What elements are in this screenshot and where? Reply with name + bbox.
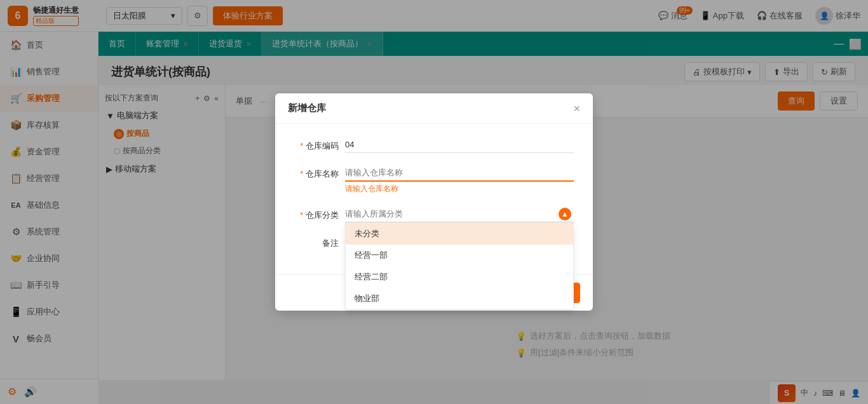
warehouse-category-row: 仓库分类 ▲ 未分类 经营一部 经营二部 物业部 (294, 206, 574, 222)
dropdown-item-dept2[interactable]: 经营二部 (346, 266, 573, 288)
code-label: 仓库编码 (294, 137, 339, 152)
category-label: 仓库分类 (294, 206, 339, 221)
new-warehouse-dialog: 新增仓库 × 仓库编码 仓库名称 请输入仓库名称 仓库分类 ▲ (275, 93, 593, 311)
name-error-message: 请输入仓库名称 (345, 184, 574, 194)
category-control: ▲ 未分类 经营一部 经营二部 物业部 (345, 206, 574, 222)
note-label: 备注 (294, 234, 339, 249)
category-select-wrap: ▲ (345, 206, 574, 222)
name-label: 仓库名称 (294, 165, 339, 180)
category-dropdown: 未分类 经营一部 经营二部 物业部 (345, 222, 574, 310)
category-toggle-button[interactable]: ▲ (559, 208, 571, 220)
dropdown-item-property[interactable]: 物业部 (346, 288, 573, 309)
dialog-title: 新增仓库 (288, 102, 326, 114)
warehouse-name-row: 仓库名称 请输入仓库名称 (294, 165, 574, 194)
dialog-header: 新增仓库 × (275, 93, 593, 124)
dialog-body: 仓库编码 仓库名称 请输入仓库名称 仓库分类 ▲ 未分类 (275, 124, 593, 274)
warehouse-code-row: 仓库编码 (294, 137, 574, 153)
warehouse-code-input[interactable] (345, 137, 574, 153)
dropdown-item-dept1[interactable]: 经营一部 (346, 245, 573, 266)
dropdown-item-uncategorized[interactable]: 未分类 (346, 223, 573, 245)
name-control: 请输入仓库名称 (345, 165, 574, 194)
code-control (345, 137, 574, 153)
dialog-close-button[interactable]: × (573, 103, 580, 114)
warehouse-name-input[interactable] (345, 165, 574, 182)
category-input[interactable] (345, 206, 574, 222)
